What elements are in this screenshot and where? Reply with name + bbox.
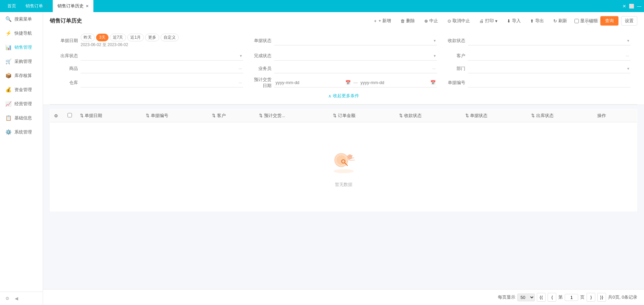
- warehouse-input[interactable]: ···: [81, 78, 243, 87]
- sidebar-item-purchase-mgmt[interactable]: 🛒 采购管理: [0, 54, 43, 69]
- last-page-button[interactable]: ⟩⟩: [597, 293, 606, 302]
- collapse-conditions[interactable]: ∧ 收起更多条件: [56, 91, 631, 100]
- filter-row-1: 单据日期 昨天 3天 近7天 近1月 更多 自定义 2023-06-02 至 2…: [56, 34, 631, 48]
- delivery-date-end[interactable]: [360, 80, 429, 85]
- th-customer[interactable]: ⇅ 客户: [208, 109, 255, 122]
- delete-button[interactable]: 🗑 删除: [397, 16, 418, 25]
- pagination: 每页显示 50 10 20 100 ⟨⟨ ⟨ 第 页 ⟩ ⟩⟩ 共0页, 0条记…: [498, 293, 637, 302]
- sidebar-item-base-info-label: 基础信息: [14, 115, 32, 121]
- sidebar-item-quick-nav-label: 快捷导航: [14, 30, 32, 36]
- export-button[interactable]: ⬆ 导出: [527, 16, 547, 25]
- payment-status-input[interactable]: ▾: [468, 36, 631, 45]
- th-bill-status[interactable]: ⇅ 单据状态: [461, 109, 527, 122]
- sidebar-settings-icon[interactable]: ⚙: [5, 296, 9, 301]
- dept-input[interactable]: ▾: [468, 64, 631, 73]
- page-size-select[interactable]: 50 10 20 100: [517, 294, 535, 301]
- th-est-delivery[interactable]: ⇅ 预计交货...: [255, 109, 329, 122]
- sidebar-item-operations[interactable]: 📈 经营管理: [0, 97, 43, 111]
- stop-button[interactable]: ⊗ 中止: [421, 16, 441, 25]
- cancel-stop-button[interactable]: ⊙ 取消中止: [444, 16, 473, 25]
- sidebar-item-sales-mgmt[interactable]: 📊 销售管理: [0, 40, 43, 54]
- th-check[interactable]: [63, 109, 76, 122]
- refresh-button[interactable]: ↻ 刷新: [550, 16, 570, 25]
- add-button[interactable]: + + 新增: [371, 16, 394, 25]
- top-bar-actions: ✕ ⬜ —: [622, 4, 641, 9]
- dept-dropdown-icon: ▾: [627, 66, 629, 71]
- date-buttons: 昨天 3天 近7天 近1月 更多 自定义: [81, 34, 243, 41]
- sidebar-item-finance[interactable]: 💰 资金管理: [0, 83, 43, 97]
- salesperson-input[interactable]: ···: [274, 64, 437, 73]
- tab-sales-order-close[interactable]: ✕: [45, 4, 48, 8]
- sidebar-item-search-menu[interactable]: 🔍 搜索菜单: [0, 12, 43, 26]
- outbound-field[interactable]: [82, 53, 240, 58]
- topbar-minimize-icon[interactable]: —: [637, 4, 641, 9]
- sidebar-item-quick-nav[interactable]: ⚡ 快捷导航: [0, 26, 43, 40]
- date-btn-more[interactable]: 更多: [145, 34, 159, 41]
- th-bill-no[interactable]: ⇅ 单据编号: [142, 109, 208, 122]
- customer-more-icon: ···: [626, 53, 629, 58]
- tab-home[interactable]: 首页: [3, 0, 21, 12]
- th-settings[interactable]: ⚙: [50, 109, 63, 122]
- display-cols-checkbox[interactable]: [574, 19, 579, 23]
- warehouse-label: 仓库: [56, 80, 81, 86]
- completion-input[interactable]: ▾: [274, 51, 437, 61]
- outbound-input[interactable]: ▾: [81, 51, 243, 61]
- query-label: 查询: [605, 18, 614, 24]
- operations-icon: 📈: [5, 101, 12, 107]
- th-outbound-status[interactable]: ⇅ 出库状态: [527, 109, 593, 122]
- bill-status-input[interactable]: ▾: [274, 36, 437, 45]
- import-button[interactable]: ⬇ 导入: [504, 16, 524, 25]
- date-btn-3days[interactable]: 3天: [96, 34, 109, 41]
- dept-field[interactable]: [469, 66, 627, 71]
- prev-page-button[interactable]: ⟨: [548, 293, 556, 302]
- customer-input[interactable]: ···: [468, 51, 631, 61]
- date-btn-1month[interactable]: 近1月: [127, 34, 144, 41]
- th-order-amount[interactable]: ⇅ 订单金额: [329, 109, 395, 122]
- th-bill-date-label: ⇅ 单据日期: [80, 113, 102, 118]
- bill-no-input[interactable]: [468, 78, 631, 87]
- table-area: ⚙ ⇅ 单据日期 ⇅ 单据编号 ⇅ 客户 ⇅ 预计交货...: [43, 105, 644, 289]
- tab-sales-order-history-close[interactable]: ✕: [86, 4, 89, 8]
- calendar-end-icon[interactable]: 📅: [430, 80, 436, 85]
- salesperson-field[interactable]: [275, 66, 432, 71]
- delivery-date-input[interactable]: 📅 — 📅: [274, 78, 437, 87]
- next-page-button[interactable]: ⟩: [587, 293, 595, 302]
- display-toggle[interactable]: 显示磁细: [574, 18, 598, 24]
- date-control: 昨天 3天 近7天 近1月 更多 自定义 2023-06-02 至 2023-0…: [81, 34, 243, 48]
- payment-status-field[interactable]: [469, 38, 627, 43]
- page-number-input[interactable]: [565, 294, 578, 301]
- settings-button[interactable]: 设置: [621, 16, 637, 26]
- bill-status-field[interactable]: [275, 38, 433, 43]
- bill-no-field[interactable]: [469, 80, 629, 85]
- completion-field[interactable]: [275, 53, 433, 58]
- warehouse-field[interactable]: [82, 80, 239, 85]
- date-btn-today[interactable]: 昨天: [81, 34, 95, 41]
- topbar-close-icon[interactable]: ✕: [622, 4, 626, 9]
- quick-nav-icon: ⚡: [5, 30, 12, 36]
- customer-field[interactable]: [469, 53, 626, 58]
- filter-cell-goods: 商品 ···: [56, 64, 243, 73]
- delivery-date-start[interactable]: [275, 80, 344, 85]
- total-records: 共0页, 0条记录: [608, 294, 637, 300]
- goods-input[interactable]: ···: [81, 64, 243, 73]
- first-page-button[interactable]: ⟨⟨: [537, 293, 546, 302]
- print-button[interactable]: 🖨 打印 ▾: [476, 16, 501, 25]
- date-btn-custom[interactable]: 自定义: [161, 34, 179, 41]
- date-btn-7days[interactable]: 近7天: [110, 34, 126, 41]
- th-payment-status[interactable]: ⇅ 收款状态: [395, 109, 461, 122]
- select-all-checkbox[interactable]: [68, 113, 72, 117]
- tab-sales-order-history[interactable]: 销售订单历史 ✕: [53, 0, 93, 12]
- tab-sales-order[interactable]: 销售订单 ✕: [21, 0, 53, 12]
- topbar-restore-icon[interactable]: ⬜: [629, 4, 634, 9]
- sidebar-item-base-info[interactable]: 📋 基础信息: [0, 111, 43, 125]
- delete-icon: 🗑: [400, 18, 405, 24]
- stop-label: 中止: [429, 18, 438, 24]
- calendar-start-icon[interactable]: 📅: [345, 80, 351, 85]
- query-button[interactable]: 查询: [600, 16, 618, 26]
- goods-field[interactable]: [82, 66, 239, 71]
- sidebar-item-inventory[interactable]: 📦 库存核算: [0, 69, 43, 83]
- sidebar-item-sys-mgmt[interactable]: ⚙️ 系统管理: [0, 125, 43, 139]
- sidebar-collapse-icon[interactable]: ◀: [15, 296, 18, 301]
- table-header: ⚙ ⇅ 单据日期 ⇅ 单据编号 ⇅ 客户 ⇅ 预计交货...: [50, 109, 637, 122]
- th-bill-date[interactable]: ⇅ 单据日期: [76, 109, 142, 122]
